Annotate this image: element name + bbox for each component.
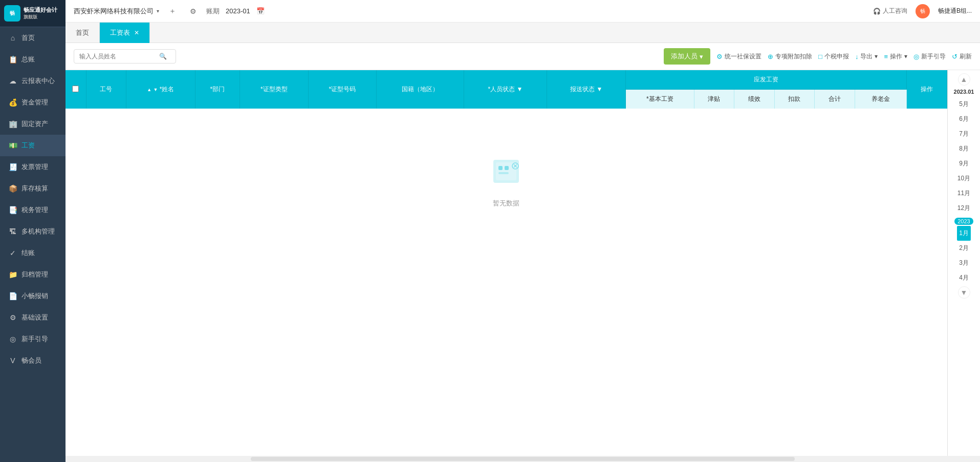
sort-down-icon: ▼ [153,87,158,92]
sidebar-item-云报表中心[interactable]: ☁云报表中心 [0,70,66,92]
sidebar-item-发票管理[interactable]: 🧾发票管理 [0,156,66,178]
filter-icon-submit: ▼ [596,86,602,93]
cal-prev-month-6[interactable]: 11月 [955,186,972,201]
col-allowance: 津贴 [694,90,734,109]
company-name: 西安虾米网络科技有限公司 [74,7,154,16]
sidebar-item-多机构管理[interactable]: 🏗多机构管理 [0,221,66,242]
sidebar-item-新手引导[interactable]: ◎新手引导 [0,328,66,350]
toolbar-action-3[interactable]: ↓导出▾ [855,52,878,61]
sidebar-icon-9: 🏗 [8,227,17,236]
action-label-0: 统一社保设置 [725,52,761,61]
action-label-4: 操作 [890,52,902,61]
sidebar-label-10: 结账 [21,248,35,258]
cal-prev-month-5[interactable]: 10月 [955,171,972,186]
horizontal-scrollbar[interactable] [251,457,795,461]
toolbar-action-4[interactable]: ≡操作▾ [884,52,907,61]
toolbar-action-2[interactable]: □个税申报 [818,52,849,61]
calendar-icon[interactable]: 📅 [256,7,265,15]
sidebar-item-基础设置[interactable]: ⚙基础设置 [0,307,66,328]
settings-btn[interactable]: ⚙ [186,4,200,18]
period-value: 2023-01 [226,7,250,15]
sidebar-item-畅会员[interactable]: V畅会员 [0,350,66,371]
col-name: ▲ ▼ *姓名 [126,70,195,109]
action-label-5: 新手引导 [921,52,946,61]
sidebar-item-工资[interactable]: 💵工资 [0,135,66,156]
sidebar-label-1: 总账 [21,55,35,64]
action-icon-2: □ [818,53,822,60]
search-icon: 🔍 [159,53,167,60]
sidebar-icon-13: ⚙ [8,313,17,322]
cal-prev-month-2[interactable]: 7月 [955,127,972,141]
sidebar-label-13: 基础设置 [21,313,48,322]
cal-month-0[interactable]: 1月 [957,226,971,241]
sidebar-icon-4: 🏢 [8,120,17,128]
cal-prev-month-0[interactable]: 5月 [955,97,972,112]
sidebar-item-首页[interactable]: ⌂首页 [0,27,66,49]
company-selector[interactable]: 西安虾米网络科技有限公司 ▾ [74,7,159,16]
sidebar-icon-3: 💰 [8,98,17,107]
svg-rect-3 [505,166,509,170]
calendar-up-btn[interactable]: ▲ [958,73,970,86]
sidebar-label-3: 资金管理 [21,98,48,107]
col-deduction: 扣款 [774,90,815,109]
sidebar-item-归档管理[interactable]: 📁归档管理 [0,264,66,285]
salary-table: 工号 ▲ ▼ *姓名 *部门 *证型类型 *证型号码 国籍（地区） *人员状态 … [66,70,947,249]
cal-prev-month-3[interactable]: 8月 [955,141,972,156]
action-icon-5: ◎ [913,53,919,60]
sidebar-label-8: 税务管理 [21,205,48,215]
sidebar-label-4: 固定资产 [21,119,48,129]
search-input[interactable] [79,53,156,60]
svg-rect-4 [498,172,509,174]
company-dropdown-arrow: ▾ [157,8,159,14]
col-submit-status[interactable]: 报送状态 ▼ [547,70,626,109]
sidebar-icon-1: 📋 [8,55,17,64]
calendar-down-btn[interactable]: ▼ [958,286,970,299]
tab-首页[interactable]: 首页 [66,23,100,43]
tab-label-1: 工资表 [110,28,130,37]
add-person-button[interactable]: 添加人员 ▾ [664,48,710,65]
sidebar-label-6: 发票管理 [21,162,48,172]
action-icon-3: ↓ [855,53,859,60]
sidebar-item-总账[interactable]: 📋总账 [0,49,66,70]
cal-month-2[interactable]: 3月 [957,256,971,270]
col-status[interactable]: *人员状态 ▼ [464,70,547,109]
tab-close-1[interactable]: ✕ [134,29,139,36]
sidebar-label-12: 小畅报销 [21,291,48,301]
sidebar-item-结账[interactable]: ✓结账 [0,242,66,264]
select-all-checkbox[interactable] [72,86,79,92]
toolbar-action-0[interactable]: ⚙统一社保设置 [716,52,761,61]
sidebar-icon-12: 📄 [8,292,17,300]
col-performance: 绩效 [734,90,775,109]
sidebar-label-7: 库存核算 [21,184,48,193]
sidebar-icon-15: V [8,356,17,365]
help-button[interactable]: 🎧 人工咨询 [873,7,907,15]
col-pension: 养老金 [855,90,907,109]
toolbar-action-5[interactable]: ◎新手引导 [913,52,946,61]
tab-工资表[interactable]: 工资表✕ [100,23,150,43]
cal-month-3[interactable]: 4月 [957,270,971,285]
sidebar-icon-6: 🧾 [8,163,17,171]
select-all-header[interactable] [66,70,86,109]
sidebar-item-库存核算[interactable]: 📦库存核算 [0,178,66,199]
sidebar-icon-5: 💵 [8,141,17,150]
toolbar-actions: 添加人员 ▾ ⚙统一社保设置⊕专项附加扣除□个税申报↓导出▾≡操作▾◎新手引导↺… [664,48,972,65]
table-header-row-1: 工号 ▲ ▼ *姓名 *部门 *证型类型 *证型号码 国籍（地区） *人员状态 … [66,70,947,90]
add-company-btn[interactable]: ＋ [165,4,180,18]
col-nationality: 国籍（地区） [377,70,464,109]
sidebar-item-税务管理[interactable]: 📑税务管理 [0,199,66,221]
user-name[interactable]: 畅捷通B组... [938,7,972,15]
tab-bar: 首页工资表✕ [66,23,980,43]
sidebar-item-固定资产[interactable]: 🏢固定资产 [0,113,66,135]
cal-prev-month-4[interactable]: 9月 [955,156,972,171]
sidebar-label-5: 工资 [21,141,35,150]
action-icon-6: ↺ [952,53,957,60]
toolbar-action-1[interactable]: ⊕专项附加扣除 [768,52,812,61]
cal-prev-month-7[interactable]: 12月 [955,201,972,216]
sidebar-item-小畅报销[interactable]: 📄小畅报销 [0,285,66,307]
avatar: 畅 [916,4,930,18]
cal-prev-month-1[interactable]: 6月 [955,112,972,127]
sidebar-item-资金管理[interactable]: 💰资金管理 [0,92,66,113]
toolbar-action-6[interactable]: ↺刷新 [952,52,972,61]
cal-month-1[interactable]: 2月 [957,241,971,256]
sidebar-label-9: 多机构管理 [21,227,55,236]
